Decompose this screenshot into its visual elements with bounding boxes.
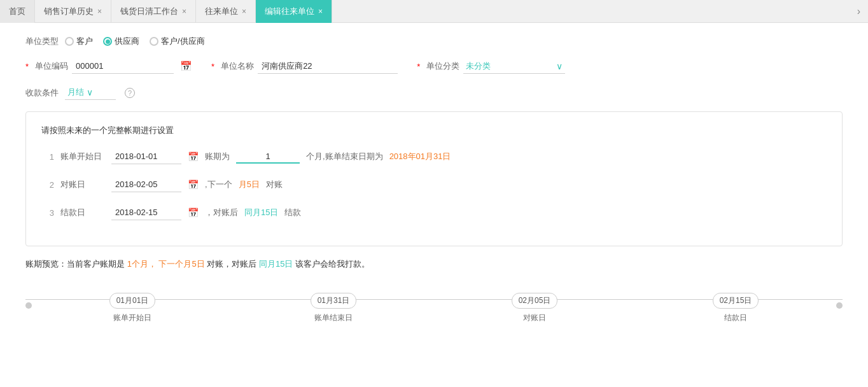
field-label-1: 账单开始日 xyxy=(60,151,105,162)
chevron-down-icon: ∨ xyxy=(556,61,563,71)
data-row-2: 2 对账日 📅 ,下一个 月5日 对账 xyxy=(41,177,827,192)
radio-both[interactable]: 客户/供应商 xyxy=(150,36,205,47)
preview-part5: 该客户会给我打款。 xyxy=(295,259,370,269)
preview-part2: 下一个月5日 xyxy=(158,259,204,269)
unit-category-group: * 单位分类 未分类 ∨ xyxy=(417,59,565,74)
preview-text: 账期预览：当前客户账期是 1个月， 下一个月5日 对账，对账后 同月15日 该客… xyxy=(25,257,843,271)
timeline-item-1: 01月01日 账单开始日 xyxy=(32,293,233,323)
timeline-badge-4: 02月15日 xyxy=(713,293,759,309)
unit-category-value: 未分类 xyxy=(466,60,491,72)
timeline-badge-3: 02月05日 xyxy=(512,293,558,309)
cat-star: * xyxy=(417,62,420,71)
close-icon[interactable]: × xyxy=(182,7,186,16)
unit-type-label: 单位类型 xyxy=(25,36,59,47)
unit-name-input[interactable] xyxy=(258,59,398,74)
payment-date-input[interactable] xyxy=(111,205,181,220)
tab-cash-work[interactable]: 钱货日清工作台 × xyxy=(111,0,196,23)
payment-label: 收款条件 xyxy=(25,87,59,99)
timeline-item-3: 02月05日 对账日 xyxy=(434,293,635,323)
data-row-3: 3 结款日 📅 ，对账后 同月15日 结款 xyxy=(41,205,827,220)
radio-label-supplier: 供应商 xyxy=(115,36,139,47)
timeline-item-2: 01月31日 账单结束日 xyxy=(233,293,434,323)
timeline-items: 01月01日 账单开始日 01月31日 账单结束日 02月05日 对账日 02月… xyxy=(25,293,843,323)
end-date-highlight: 2018年01月31日 xyxy=(389,151,451,162)
unit-type-row: 单位类型 客户 供应商 客户/供应商 xyxy=(25,36,843,47)
row-num-1: 1 xyxy=(41,152,54,162)
unit-name-label: 单位名称 xyxy=(221,60,254,72)
field-label-2: 对账日 xyxy=(60,179,105,190)
unit-type-radio-group: 客户 供应商 客户/供应商 xyxy=(65,36,205,47)
timeline-badge-2: 01月31日 xyxy=(311,293,357,309)
radio-circle-customer xyxy=(65,37,74,46)
calendar-icon-1[interactable]: 📅 xyxy=(188,151,199,162)
reconcile-highlight: 月5日 xyxy=(239,179,260,190)
unit-code-group: * 单位编码 📅 xyxy=(25,59,192,74)
timeline: 01月01日 账单开始日 01月31日 账单结束日 02月05日 对账日 02月… xyxy=(25,286,843,342)
chevron-down-icon-2: ∨ xyxy=(87,87,93,97)
tab-edit-partner[interactable]: 编辑往来单位 × xyxy=(256,0,332,23)
field-label-3: 结款日 xyxy=(60,207,105,218)
payment-select[interactable]: 月结 ∨ xyxy=(65,85,116,100)
unit-name-group: * 单位名称 xyxy=(211,59,398,74)
close-icon[interactable]: × xyxy=(97,7,102,16)
preview-part4: 同月15日 xyxy=(259,259,293,269)
preview-part1: 1个月， xyxy=(127,259,157,269)
tab-partner[interactable]: 往来单位 × xyxy=(196,0,256,23)
preview-label: 账期预览：当前客户账期是 xyxy=(25,259,125,269)
code-star: * xyxy=(25,62,29,71)
period-prefix: 账期为 xyxy=(205,151,230,162)
payment-highlight: 同月15日 xyxy=(244,207,278,218)
reconcile-prefix: ,下一个 xyxy=(205,179,232,190)
reconcile-date-input[interactable] xyxy=(111,177,181,192)
settings-section: 请按照未来的一个完整帐期进行设置 1 账单开始日 📅 账期为 个月,账单结束日期… xyxy=(25,111,843,246)
close-icon[interactable]: × xyxy=(318,7,323,16)
period-suffix: 个月,账单结束日期为 xyxy=(306,151,383,162)
radio-customer[interactable]: 客户 xyxy=(65,36,93,47)
unit-category-label: 单位分类 xyxy=(426,60,459,72)
unit-info-row: * 单位编码 📅 * 单位名称 * 单位分类 未分类 ∨ xyxy=(25,59,843,74)
timeline-label-3: 对账日 xyxy=(523,313,546,323)
timeline-label-1: 账单开始日 xyxy=(113,313,151,323)
payment-row: 收款条件 月结 ∨ ? xyxy=(25,85,843,100)
unit-code-label: 单位编码 xyxy=(35,60,68,72)
preview-part3: 对账，对账后 xyxy=(207,259,256,269)
tab-more-button[interactable]: › xyxy=(850,6,868,17)
timeline-item-4: 02月15日 结款日 xyxy=(635,293,836,323)
close-icon[interactable]: × xyxy=(242,7,246,16)
timeline-label-4: 结款日 xyxy=(724,313,747,323)
payment-suffix: 结款 xyxy=(284,207,301,218)
row-num-2: 2 xyxy=(41,180,54,190)
unit-category-select[interactable]: 未分类 ∨ xyxy=(463,59,565,74)
radio-circle-supplier xyxy=(103,37,112,46)
timeline-dot-end xyxy=(836,302,843,309)
calendar-icon-2[interactable]: 📅 xyxy=(188,179,199,190)
page-content: 单位类型 客户 供应商 客户/供应商 * 单位编码 📅 * 单位名称 xyxy=(0,23,868,387)
tab-bar: 首页 销售订单历史 × 钱货日清工作台 × 往来单位 × 编辑往来单位 × › xyxy=(0,0,868,23)
tab-sales-history[interactable]: 销售订单历史 × xyxy=(35,0,111,23)
radio-supplier[interactable]: 供应商 xyxy=(103,36,139,47)
calendar-icon-3[interactable]: 📅 xyxy=(188,208,199,218)
row-num-3: 3 xyxy=(41,208,54,218)
radio-label-both: 客户/供应商 xyxy=(161,36,205,47)
payment-prefix: ，对账后 xyxy=(205,207,238,218)
reconcile-suffix: 对账 xyxy=(266,179,283,190)
help-icon[interactable]: ? xyxy=(125,88,135,98)
timeline-label-2: 账单结束日 xyxy=(314,313,353,323)
data-row-1: 1 账单开始日 📅 账期为 个月,账单结束日期为 2018年01月31日 xyxy=(41,149,827,164)
unit-code-input[interactable] xyxy=(72,59,174,74)
tab-home[interactable]: 首页 xyxy=(0,0,35,23)
section-title: 请按照未来的一个完整帐期进行设置 xyxy=(41,125,827,136)
radio-circle-both xyxy=(150,37,158,46)
start-date-input[interactable] xyxy=(111,149,181,164)
calendar-icon[interactable]: 📅 xyxy=(180,60,192,72)
timeline-badge-1: 01月01日 xyxy=(109,293,156,309)
radio-label-customer: 客户 xyxy=(76,36,93,47)
name-star: * xyxy=(211,62,214,71)
period-input[interactable] xyxy=(236,150,300,164)
payment-value: 月结 xyxy=(67,87,84,98)
timeline-dot-start xyxy=(25,302,32,309)
